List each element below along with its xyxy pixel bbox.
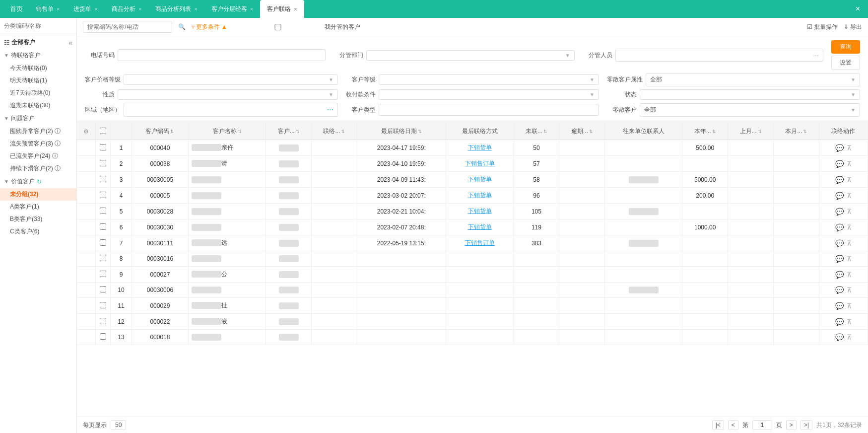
first-page-button[interactable]: |<	[712, 420, 724, 430]
comment-action-icon[interactable]: 💬	[835, 208, 844, 216]
price-level-dropdown[interactable]: ▼	[124, 74, 338, 85]
sidebar-item-a-class[interactable]: A类客户(1)	[0, 201, 76, 213]
grid-action-icon[interactable]: ⊼	[847, 271, 852, 279]
sidebar-group-pending[interactable]: ▼ 待联络客户	[0, 49, 76, 62]
sidebar-collapse-icon[interactable]: «	[68, 39, 72, 47]
retail-attr-dropdown[interactable]: 全部 ▼	[646, 73, 860, 86]
tab-analysis-list[interactable]: 商品分析列表 ×	[148, 0, 204, 18]
reset-button[interactable]: 设置	[831, 56, 860, 70]
grid-action-icon[interactable]: ⊼	[847, 160, 852, 168]
grid-action-icon[interactable]: ⊼	[847, 239, 852, 247]
row-checkbox-cell[interactable]	[96, 140, 111, 156]
row-checkbox-cell[interactable]	[96, 219, 111, 235]
sidebar-item-today[interactable]: 今天待联络(0)	[0, 62, 76, 74]
row-checkbox-cell[interactable]	[96, 204, 111, 219]
last-way-link[interactable]: 下销售订单	[465, 160, 495, 167]
tab-purchase[interactable]: 进货单 ×	[67, 0, 104, 18]
select-all-checkbox[interactable]	[100, 128, 106, 134]
sidebar-item-b-class[interactable]: B类客户(33)	[0, 213, 76, 225]
row-checkbox[interactable]	[100, 208, 106, 214]
sidebar-item-overdue[interactable]: 逾期未联络(30)	[0, 99, 76, 112]
next-page-button[interactable]: >	[786, 420, 797, 430]
table-settings-header[interactable]: ⚙	[77, 123, 96, 140]
sidebar-item-tomorrow[interactable]: 明天待联络(1)	[0, 74, 76, 87]
my-customers-checkbox-label[interactable]: 我分管的客户	[233, 23, 360, 31]
tab-customer-contact[interactable]: 客户联络 ×	[260, 0, 304, 18]
comment-action-icon[interactable]: 💬	[835, 318, 844, 326]
grid-action-icon[interactable]: ⊼	[847, 318, 852, 326]
comment-action-icon[interactable]: 💬	[835, 144, 844, 152]
row-checkbox[interactable]	[100, 333, 106, 340]
comment-action-icon[interactable]: 💬	[835, 286, 844, 294]
comment-action-icon[interactable]: 💬	[835, 302, 844, 310]
nature-dropdown[interactable]: ▼	[118, 89, 338, 100]
grid-action-icon[interactable]: ⊼	[847, 255, 852, 263]
row-checkbox[interactable]	[100, 144, 106, 150]
last-way-link[interactable]: 下销货单	[468, 192, 492, 199]
query-button[interactable]: 查询	[831, 40, 860, 54]
row-checkbox[interactable]	[100, 160, 106, 166]
export-button[interactable]: ⇓ 导出	[844, 23, 862, 31]
last-page-button[interactable]: >|	[801, 420, 812, 430]
last-way-link[interactable]: 下销货单	[468, 176, 492, 183]
row-checkbox-cell[interactable]	[96, 251, 111, 267]
status-dropdown[interactable]: ▼	[640, 89, 860, 100]
close-customer-contact-icon[interactable]: ×	[294, 6, 297, 12]
close-customer-segment-icon[interactable]: ×	[250, 6, 253, 12]
sidebar-all-customers[interactable]: ☷ 全部客户 «	[0, 34, 76, 49]
sidebar-group-value[interactable]: ▼ 价值客户 ↻	[0, 175, 76, 188]
region-dropdown[interactable]: ···	[124, 103, 338, 117]
search-input[interactable]	[83, 21, 172, 33]
comment-action-icon[interactable]: 💬	[835, 239, 844, 247]
region-dots-icon[interactable]: ···	[327, 105, 334, 114]
person-dots-icon[interactable]: ···	[813, 51, 819, 59]
table-checkbox-header[interactable]	[96, 123, 111, 140]
global-close-button[interactable]: ×	[852, 4, 864, 13]
tab-home[interactable]: 首页	[4, 0, 29, 18]
row-checkbox-cell[interactable]	[96, 283, 111, 298]
payment-dropdown[interactable]: ▼	[379, 89, 599, 100]
last-way-link[interactable]: 下销货单	[468, 223, 492, 230]
row-checkbox[interactable]	[100, 318, 106, 324]
grid-action-icon[interactable]: ⊼	[847, 208, 852, 216]
row-checkbox-cell[interactable]	[96, 188, 111, 204]
tab-sales[interactable]: 销售单 ×	[29, 0, 67, 18]
per-page-select[interactable]: 50	[111, 420, 126, 430]
comment-action-icon[interactable]: 💬	[835, 192, 844, 200]
grid-action-icon[interactable]: ⊼	[847, 286, 852, 294]
comment-action-icon[interactable]: 💬	[835, 160, 844, 168]
row-checkbox[interactable]	[100, 255, 106, 261]
customer-level-dropdown[interactable]: ▼	[379, 74, 599, 85]
tab-analysis[interactable]: 商品分析 ×	[105, 0, 148, 18]
grid-action-icon[interactable]: ⊼	[847, 144, 852, 152]
sidebar-group-problem[interactable]: ▼ 问题客户	[0, 112, 76, 125]
tab-customer-segment[interactable]: 客户分层经客 ×	[204, 0, 260, 18]
retail-customer-dropdown[interactable]: 全部 ▼	[640, 103, 860, 117]
row-checkbox-cell[interactable]	[96, 298, 111, 314]
sidebar-item-churned[interactable]: 已流失客户(24) ⓘ	[0, 150, 76, 162]
close-purchase-icon[interactable]: ×	[94, 6, 97, 12]
grid-action-icon[interactable]: ⊼	[847, 176, 852, 184]
sidebar-item-7days[interactable]: 近7天待联络(0)	[0, 87, 76, 99]
sidebar-item-ungrouped[interactable]: 未分组(32)	[0, 188, 76, 201]
sidebar-item-declining[interactable]: 持续下滑客户(2) ⓘ	[0, 162, 76, 175]
refresh-icon[interactable]: ↻	[37, 178, 42, 185]
comment-action-icon[interactable]: 💬	[835, 223, 844, 231]
dept-dropdown[interactable]: ▼	[366, 50, 574, 61]
row-checkbox-cell[interactable]	[96, 314, 111, 330]
table-code-header[interactable]: 客户编码⇅	[132, 123, 188, 140]
last-way-link[interactable]: 下销货单	[468, 208, 492, 215]
close-sales-icon[interactable]: ×	[57, 6, 60, 12]
close-analysis-list-icon[interactable]: ×	[194, 6, 197, 12]
row-checkbox-cell[interactable]	[96, 156, 111, 172]
grid-action-icon[interactable]: ⊼	[847, 192, 852, 200]
comment-action-icon[interactable]: 💬	[835, 176, 844, 184]
my-customers-checkbox[interactable]	[233, 24, 323, 30]
row-checkbox-cell[interactable]	[96, 267, 111, 283]
search-button[interactable]: 🔍	[178, 23, 186, 30]
row-checkbox-cell[interactable]	[96, 235, 111, 251]
page-input[interactable]	[752, 420, 772, 430]
batch-op-button[interactable]: ☑ 批量操作	[807, 23, 838, 31]
phone-input[interactable]	[118, 49, 326, 61]
prev-page-button[interactable]: <	[728, 420, 738, 430]
